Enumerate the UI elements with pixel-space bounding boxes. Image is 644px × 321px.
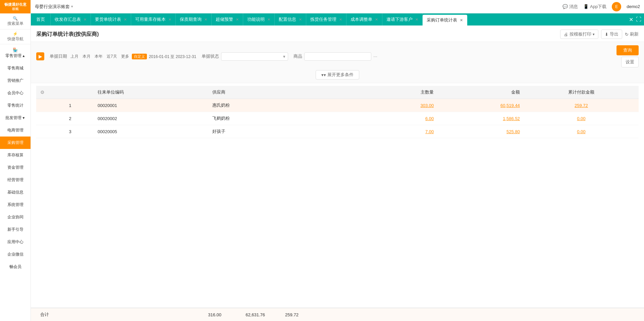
filter-goods-item: 商品 ··· xyxy=(293,52,377,61)
sidebar-item-operation[interactable]: 经营管理 xyxy=(0,174,31,186)
marketing-label: 营销推广 xyxy=(7,78,23,84)
app-download-btn[interactable]: 📱 App下载 xyxy=(583,4,606,10)
sidebar-item-purchase[interactable]: 采购管理 xyxy=(0,137,31,149)
query-button[interactable]: 查询 xyxy=(616,45,639,55)
app-logo: 畅捷通好生意 标账 xyxy=(0,0,31,13)
row2-amount[interactable]: 1,586.52 xyxy=(438,112,524,125)
row1-amount[interactable]: 60,519.44 xyxy=(438,99,524,112)
func-desc-close-icon[interactable]: ✕ xyxy=(267,17,270,22)
goods-more-icon[interactable]: ··· xyxy=(373,54,377,59)
sidebar-item-collab[interactable]: 企业协同 xyxy=(0,211,31,223)
row3-amount[interactable]: 525.80 xyxy=(438,125,524,138)
message-btn[interactable]: 💬 消息 xyxy=(562,4,578,10)
message-icon: 💬 xyxy=(562,4,568,9)
order-stat-close-icon[interactable]: ✕ xyxy=(124,17,127,22)
sidebar-item-inventory[interactable]: 库存核算 xyxy=(0,149,31,161)
settings-button[interactable]: 设置 xyxy=(621,57,639,67)
wholesale-arrow-icon: ▼ xyxy=(22,116,25,120)
row3-qty[interactable]: 7.00 xyxy=(352,125,438,138)
tab-overstock[interactable]: 超储预警 ✕ xyxy=(212,13,243,25)
search-label: 搜索菜单 xyxy=(2,21,29,26)
code-col-header: 往来单位编码 xyxy=(94,86,208,99)
tab-pick-task[interactable]: 拣货任务管理 ✕ xyxy=(306,13,346,25)
row2-qty[interactable]: 6.00 xyxy=(352,112,438,125)
row3-settings xyxy=(36,125,65,138)
this-year-btn[interactable]: 本年 xyxy=(93,53,104,60)
sidebar-item-retail-mall[interactable]: 零售商城 xyxy=(0,62,31,74)
row3-paid[interactable]: 0.00 xyxy=(524,125,639,138)
sidebar-item-system[interactable]: 系统管理 xyxy=(0,199,31,211)
last-7days-btn[interactable]: 近7天 xyxy=(105,53,118,60)
tab-func-desc[interactable]: 功能说明 ✕ xyxy=(243,13,275,25)
refresh-button[interactable]: ↻ 刷新 xyxy=(625,31,639,37)
table-body: 1 00020001 惠氏奶粉 303.00 60,519.44 259.72 … xyxy=(36,99,639,138)
sidebar-item-quick-nav[interactable]: ⚡ 快捷导航 xyxy=(0,30,31,44)
wechat-label: 企业微信 xyxy=(7,252,23,257)
settings-col-header[interactable]: ⚙ xyxy=(36,86,65,99)
row1-paid[interactable]: 259.72 xyxy=(524,99,639,112)
sidebar-item-member2[interactable]: 畅会员 xyxy=(0,261,31,273)
tab-close-all-icon[interactable]: ✕ xyxy=(629,16,633,23)
this-month-btn[interactable]: 本月 xyxy=(81,53,92,60)
config-close-icon[interactable]: ✕ xyxy=(299,17,302,22)
pick-task-close-icon[interactable]: ✕ xyxy=(339,17,342,22)
overstock-close-icon[interactable]: ✕ xyxy=(236,17,239,22)
member2-label: 畅会员 xyxy=(9,264,21,270)
tab-cost-adj[interactable]: 成本调整单 ✕ xyxy=(346,13,382,25)
cost-adj-label: 成本调整单 xyxy=(351,16,372,22)
sidebar-item-newbie[interactable]: 新手引导 xyxy=(0,223,31,236)
table-header: ⚙ 往来单位编码 供应商 主数量 金额 累计付款金额 xyxy=(36,86,639,99)
tab-config[interactable]: 配置信息 ✕ xyxy=(275,13,306,25)
sidebar-item-basic[interactable]: 基础信息 xyxy=(0,186,31,199)
tab-expiry[interactable]: 保质期查询 ✕ xyxy=(176,13,212,25)
sidebar-item-wholesale[interactable]: 批发管理 ▼ xyxy=(0,112,31,124)
invite-close-icon[interactable]: ✕ xyxy=(415,17,418,22)
sidebar-item-finance[interactable]: 资金管理 xyxy=(0,161,31,174)
po-stat-close-icon[interactable]: ✕ xyxy=(460,18,463,22)
retail-stat-label: 零售统计 xyxy=(7,103,23,108)
status-select[interactable] xyxy=(221,52,288,61)
row3-code: 00020005 xyxy=(94,125,208,138)
tab-collect[interactable]: 收发存汇总表 ✕ xyxy=(51,13,91,25)
tab-order-stat[interactable]: 要货单统计表 ✕ xyxy=(91,13,131,25)
tab-home[interactable]: 首页 xyxy=(31,13,51,25)
page-header-actions: 🖨 按模板打印 ▾ ⬇ 导出 ↻ 刷新 xyxy=(560,30,639,39)
goods-input[interactable] xyxy=(304,52,371,61)
row3-supplier: 好孩子 xyxy=(208,125,352,138)
row3-index: 3 xyxy=(65,125,94,138)
date-shortcuts: 上月 本月 本年 近7天 更多 自定义 xyxy=(69,53,147,60)
topbar: 母婴行业演示账套 ▾ 💬 消息 📱 App下载 E demo2 xyxy=(31,0,644,13)
sidebar-item-member[interactable]: 会员中心 xyxy=(0,87,31,99)
template-print-button[interactable]: 🖨 按模板打印 ▾ xyxy=(560,30,598,39)
avail-inv-close-icon[interactable]: ✕ xyxy=(168,17,171,22)
custom-tag[interactable]: 自定义 xyxy=(132,54,147,59)
workspace-selector[interactable]: 母婴行业演示账套 ▾ xyxy=(35,4,560,10)
sidebar-item-search[interactable]: 🔍 搜索菜单 xyxy=(0,13,31,30)
sidebar-item-retail[interactable]: 🏪 零售管理 ▲ xyxy=(0,44,31,62)
sidebar-item-retail-stat[interactable]: 零售统计 xyxy=(0,99,31,112)
collect-close-icon[interactable]: ✕ xyxy=(84,17,87,22)
tab-maximize-icon[interactable]: ⛶ xyxy=(636,16,641,22)
sidebar-item-app-center[interactable]: 应用中心 xyxy=(0,236,31,248)
more-date-btn[interactable]: 更多 xyxy=(120,53,130,60)
expand-more-button[interactable]: ▾▾ 展开更多条件 xyxy=(316,70,359,79)
printer-icon: 🖨 xyxy=(564,32,568,37)
row2-paid[interactable]: 0.00 xyxy=(524,112,639,125)
sidebar-item-marketing[interactable]: 营销推广 xyxy=(0,74,31,87)
sidebar-item-ecommerce[interactable]: 电商管理 xyxy=(0,124,31,137)
tab-invite[interactable]: 邀请下游客户 ✕ xyxy=(382,13,423,25)
row1-settings xyxy=(36,99,65,112)
sidebar-item-wechat[interactable]: 企业微信 xyxy=(0,248,31,261)
cost-adj-close-icon[interactable]: ✕ xyxy=(375,17,378,22)
filter-toggle-button[interactable]: ▶ xyxy=(36,52,44,60)
filter-date-item: 单据日期 上月 本月 本年 近7天 更多 自定义 2016-01-01 至 20… xyxy=(50,53,196,60)
expiry-close-icon[interactable]: ✕ xyxy=(204,17,207,22)
quick-nav-label: 快捷导航 xyxy=(0,36,31,42)
row1-qty[interactable]: 303.00 xyxy=(352,99,438,112)
supplier-col-header: 供应商 xyxy=(208,86,352,99)
export-button[interactable]: ⬇ 导出 xyxy=(601,30,622,39)
last-month-btn[interactable]: 上月 xyxy=(69,53,80,60)
tab-avail-inv[interactable]: 可用量库存账本 ✕ xyxy=(131,13,176,25)
footer-amount: 62,631.76 xyxy=(221,312,265,317)
tab-po-stat[interactable]: 采购订单统计表 ✕ xyxy=(423,15,467,25)
